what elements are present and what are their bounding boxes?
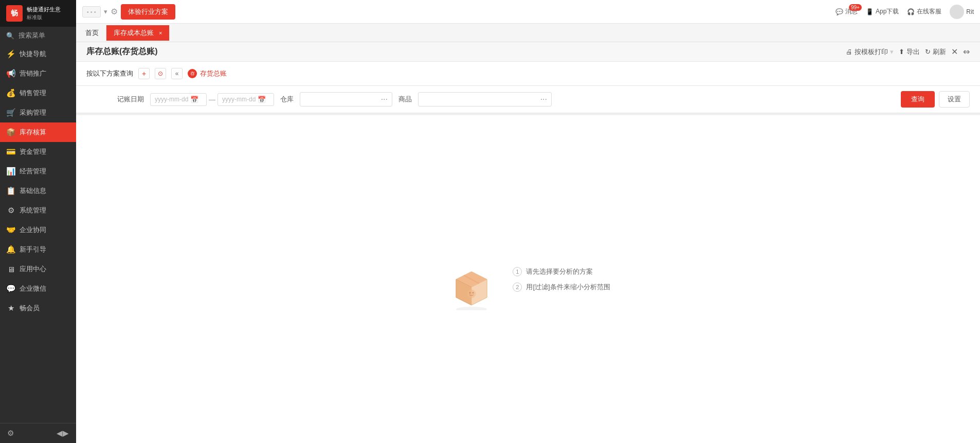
svg-point-8	[456, 307, 487, 310]
svg-point-6	[469, 292, 471, 293]
sidebar-bottom: ⚙ ◀▶	[0, 423, 76, 443]
topbar: ▪ ▪ ▪ ▾ ⚙ 体验行业方案 💬 消息 99+ 📱 App下载 🎧 在线客服	[76, 0, 980, 24]
printer-icon: 🖨	[846, 48, 852, 56]
refresh-button[interactable]: ↻ 刷新	[925, 47, 946, 57]
date-separator: —	[209, 96, 215, 103]
expand-button[interactable]: ⇔	[963, 47, 970, 57]
user-avatar-area[interactable]: Rit	[950, 5, 974, 19]
warehouse-input[interactable]: ···	[300, 92, 392, 107]
topbar-nav: ▪ ▪ ▪ ▾ ⚙ 体验行业方案	[82, 4, 831, 20]
goods-field-label: 商品	[398, 95, 412, 104]
tab-close-icon[interactable]: ×	[159, 30, 162, 36]
svg-point-5	[467, 290, 476, 298]
app-download-button[interactable]: 📱 App下载	[866, 7, 899, 16]
vip-icon: ★	[6, 304, 15, 313]
page-header: 库存总账(存货总账) 🖨 按模板打印 ▾ ⬆ 导出 ↻ 刷新	[76, 42, 980, 62]
empty-state: 1 请先选择要分析的方案 2 用[过滤]条件来缩小分析范围	[76, 115, 980, 443]
sidebar-item-operation[interactable]: 📊 经营管理	[0, 162, 76, 181]
sidebar-search-item[interactable]: 🔍 搜索菜单	[0, 27, 76, 44]
empty-content: 1 请先选择要分析的方案 2 用[过滤]条件来缩小分析范围	[446, 254, 610, 305]
tip-num-2: 2	[513, 282, 522, 292]
close-panel-button[interactable]: ✕	[951, 47, 958, 57]
sidebar-item-inventory[interactable]: 📦 库存核算	[0, 122, 76, 142]
newbie-icon: 🔔	[6, 245, 15, 254]
app-logo-text: 畅捷通好生意 标准版	[27, 6, 61, 21]
marketing-icon: 📢	[6, 69, 15, 78]
basic-icon: 📋	[6, 186, 15, 196]
main-content: 库存总账(存货总账) 🖨 按模板打印 ▾ ⬆ 导出 ↻ 刷新	[76, 42, 980, 443]
main-area: ▪ ▪ ▪ ▾ ⚙ 体验行业方案 💬 消息 99+ 📱 App下载 🎧 在线客服	[76, 0, 980, 443]
sidebar-item-wechat[interactable]: 💬 企业微信	[0, 279, 76, 298]
filter-row: 记账日期 yyyy-mm-dd 📅 — yyyy-mm-dd 📅 仓库 ···	[76, 86, 980, 113]
calendar-to-icon[interactable]: 📅	[258, 96, 266, 103]
print-dropdown-icon[interactable]: ▾	[890, 48, 894, 56]
tip-num-1: 1	[513, 267, 522, 276]
empty-tip-2: 2 用[过滤]条件来缩小分析范围	[513, 282, 610, 292]
sidebar-scroll: 🔍 搜索菜单 ⚡ 快捷导航 📢 营销推广 💰 销售管理 🛒 采购管理 📦 库存核…	[0, 27, 76, 423]
message-icon: 💬	[836, 8, 843, 15]
filter-scheme[interactable]: 存 存货总账	[188, 69, 227, 78]
headset-icon: 🎧	[907, 8, 915, 15]
empty-tip-1: 1 请先选择要分析的方案	[513, 267, 610, 276]
sidebar-item-finance[interactable]: 💳 资金管理	[0, 142, 76, 162]
warehouse-more-icon[interactable]: ···	[381, 95, 388, 104]
sidebar: 畅 畅捷通好生意 标准版 🔍 搜索菜单 ⚡ 快捷导航 📢 营销推广 💰 销售管理…	[0, 0, 76, 443]
date-field-label: 记账日期	[117, 95, 144, 104]
page-header-actions: 🖨 按模板打印 ▾ ⬆ 导出 ↻ 刷新 ✕ ⇔	[846, 47, 970, 57]
refresh-icon: ↻	[925, 48, 931, 56]
settings-button[interactable]: 设置	[939, 91, 970, 108]
sidebar-item-appstore[interactable]: 🖥 应用中心	[0, 259, 76, 279]
online-service-button[interactable]: 🎧 在线客服	[907, 7, 941, 16]
filter-bar: 按以下方案查询 + ⊙ « 存 存货总账	[76, 62, 980, 86]
filter-label: 按以下方案查询	[86, 69, 133, 78]
empty-tips: 1 请先选择要分析的方案 2 用[过滤]条件来缩小分析范围	[513, 267, 610, 292]
print-button[interactable]: 🖨 按模板打印 ▾	[846, 47, 894, 57]
trial-button[interactable]: 体验行业方案	[121, 4, 175, 20]
app-logo-icon: 畅	[6, 5, 23, 22]
filter-clear-button[interactable]: ⊙	[155, 68, 166, 79]
scheme-icon: 存	[188, 69, 197, 78]
sidebar-item-purchase[interactable]: 🛒 采购管理	[0, 103, 76, 122]
filter-add-button[interactable]: +	[138, 68, 150, 79]
inventory-icon: 📦	[6, 128, 15, 137]
appstore-icon: 🖥	[6, 265, 15, 274]
sidebar-item-enterprise[interactable]: 🤝 企业协同	[0, 220, 76, 240]
query-button[interactable]: 查询	[901, 91, 935, 108]
page-title: 库存总账(存货总账)	[86, 46, 158, 57]
breadcrumb: ▪ ▪ ▪	[82, 6, 101, 17]
calendar-from-icon[interactable]: 📅	[190, 96, 198, 103]
messages-button[interactable]: 💬 消息 99+	[836, 7, 858, 16]
avatar	[950, 5, 964, 19]
sidebar-item-basic[interactable]: 📋 基础信息	[0, 181, 76, 201]
tab-inventory-ledger[interactable]: 库存成本总账 ×	[106, 25, 170, 41]
sidebar-item-quick-nav[interactable]: ⚡ 快捷导航	[0, 44, 76, 64]
date-from-input[interactable]: yyyy-mm-dd 📅	[150, 93, 207, 106]
tab-home[interactable]: 首页	[78, 25, 106, 41]
purchase-icon: 🛒	[6, 108, 15, 117]
topbar-settings-icon[interactable]: ⚙	[111, 7, 118, 16]
export-button[interactable]: ⬆ 导出	[899, 47, 920, 57]
filter-collapse-button[interactable]: «	[171, 68, 183, 79]
warehouse-field-label: 仓库	[280, 95, 294, 104]
goods-more-icon[interactable]: ···	[540, 95, 547, 104]
breadcrumb-dropdown-icon[interactable]: ▾	[104, 8, 107, 15]
sidebar-item-marketing[interactable]: 📢 营销推广	[0, 64, 76, 83]
sidebar-item-newbie[interactable]: 🔔 新手引导	[0, 240, 76, 259]
wechat-icon: 💬	[6, 284, 15, 293]
sidebar-item-sales[interactable]: 💰 销售管理	[0, 83, 76, 103]
operation-icon: 📊	[6, 167, 15, 176]
settings-bottom-icon[interactable]: ⚙	[7, 429, 14, 438]
export-icon: ⬆	[899, 48, 904, 56]
message-badge: 99+	[849, 4, 862, 11]
toggle-sidebar-icon[interactable]: ◀▶	[57, 429, 69, 438]
empty-illustration	[446, 254, 497, 305]
content-wrapper: 库存总账(存货总账) 🖨 按模板打印 ▾ ⬆ 导出 ↻ 刷新	[76, 42, 980, 443]
search-icon: 🔍	[6, 32, 14, 40]
sidebar-item-vip[interactable]: ★ 畅会员	[0, 298, 76, 318]
date-input-group: yyyy-mm-dd 📅 — yyyy-mm-dd 📅	[150, 93, 274, 106]
sidebar-item-system[interactable]: ⚙ 系统管理	[0, 201, 76, 220]
enterprise-icon: 🤝	[6, 225, 15, 235]
date-to-input[interactable]: yyyy-mm-dd 📅	[217, 93, 274, 106]
goods-input[interactable]: ···	[418, 92, 552, 107]
filter-actions: 查询 设置	[901, 91, 970, 108]
